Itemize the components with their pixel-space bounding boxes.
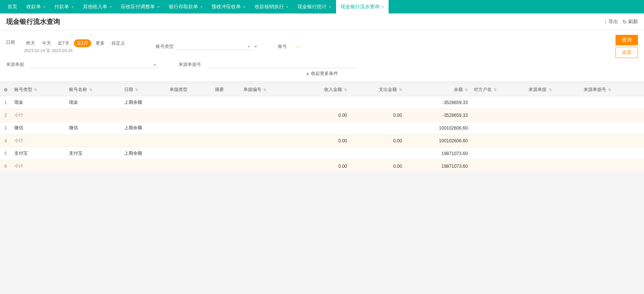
account-type-cell: 微信 [11, 122, 66, 134]
date-buttons: 昨天 今天 近7天 近1月 更多 自定义 [24, 39, 127, 47]
table-row: 4小计0.000.00100102606.60 [0, 134, 644, 147]
export-icon: ↑ [605, 19, 607, 25]
expense-cell: 0.00 [350, 160, 405, 173]
nav-flow-query[interactable]: 现金银行流水查询 × [336, 0, 389, 13]
source-doc-cell [525, 96, 580, 109]
col-account-name[interactable]: 账号名称 ⇅ [66, 84, 121, 96]
account-type-cell: 现金 [11, 96, 66, 109]
col-expense[interactable]: 支出金额 ⇅ [350, 84, 405, 96]
date-btn-today[interactable]: 今天 [40, 39, 53, 47]
col-expense-label: 支出金额 [379, 87, 397, 92]
collapse-button[interactable]: ∧ 收起更多条件 [306, 70, 338, 77]
date-range-display: 2023-02-24 至 2023-03-24 [24, 48, 127, 54]
col-account-name-label: 账号名称 [69, 87, 87, 92]
doc-type-cell [167, 96, 212, 109]
income-cell [295, 147, 350, 160]
col-date[interactable]: 日期 ⇅ [121, 84, 167, 96]
nav-advance[interactable]: 预收冲应收单 × [207, 0, 250, 13]
source-doc-input[interactable] [30, 61, 158, 68]
source-doc-no-cell [581, 160, 644, 173]
doc-no-cell [240, 122, 295, 134]
close-icon[interactable]: × [286, 4, 288, 9]
doc-no-cell [240, 96, 295, 109]
row-number: 2 [0, 109, 11, 122]
doc-no-cell [240, 109, 295, 122]
sort-icon: ⇅ [494, 88, 497, 92]
row-number: 6 [0, 160, 11, 173]
summary-cell [212, 134, 240, 147]
filter-row-source: 来源单据 ▾ 来源单据号 [6, 61, 638, 68]
balance-cell: -3528659.33 [405, 96, 471, 109]
sort-icon: ⇅ [549, 88, 552, 92]
date-cell [121, 160, 167, 173]
income-cell: 0.00 [295, 134, 350, 147]
summary-cell [212, 96, 240, 109]
col-settings[interactable]: ⚙ [0, 84, 11, 96]
close-icon[interactable]: × [43, 4, 45, 9]
nav-stats[interactable]: 现金银行统计 × [293, 0, 336, 13]
col-counterpart[interactable]: 对方户名 ⇅ [471, 84, 525, 96]
nav-payment[interactable]: 付款单 × [50, 0, 78, 13]
balance-cell: 100102606.60 [405, 122, 471, 134]
source-doc-no-cell [581, 122, 644, 134]
nav-adjustment[interactable]: 应收应付调整单 × [116, 0, 164, 13]
counterpart-cell [471, 160, 525, 173]
expense-cell: 0.00 [350, 134, 405, 147]
account-type-select[interactable] [177, 43, 252, 50]
table-row: 5支付宝支付宝上期余额19871073.60 [0, 147, 644, 160]
date-btn-custom[interactable]: 自定义 [109, 39, 127, 47]
doc-type-cell [167, 147, 212, 160]
counterpart-cell [471, 109, 525, 122]
account-type-cell: 小计 [11, 109, 66, 122]
col-balance[interactable]: 余额 ⇅ [405, 84, 471, 96]
nav-home[interactable]: 首页 [3, 0, 22, 13]
income-cell: 0.00 [295, 160, 350, 173]
nav-verify[interactable]: 收款核销执行 × [250, 0, 293, 13]
col-source-doc[interactable]: 来源单据 ⇅ [525, 84, 580, 96]
date-btn-yesterday[interactable]: 昨天 [24, 39, 38, 47]
source-doc-no-input[interactable] [207, 61, 357, 68]
source-doc-no-cell [581, 109, 644, 122]
close-icon[interactable]: × [157, 4, 159, 9]
source-doc-label: 来源单据 [6, 61, 24, 68]
sort-icon: ⇅ [135, 88, 138, 92]
nav-other-income[interactable]: 其他收入单 × [78, 0, 116, 13]
expense-cell [350, 147, 405, 160]
account-no-ellipsis[interactable]: ··· [296, 43, 300, 49]
col-summary[interactable]: 摘要 [212, 84, 240, 96]
income-cell [295, 96, 350, 109]
nav-bank-deposit[interactable]: 银行存取款单 × [164, 0, 207, 13]
query-button[interactable]: 查询 [615, 35, 638, 45]
close-icon[interactable]: × [382, 4, 384, 9]
close-icon[interactable]: × [71, 4, 74, 9]
sort-icon: ⇅ [344, 88, 347, 92]
col-source-doc-no[interactable]: 来源单据号 ⇅ [581, 84, 644, 96]
date-btn-1month[interactable]: 近1月 [74, 39, 92, 47]
close-icon[interactable]: × [200, 4, 203, 9]
expense-cell: 0.00 [350, 109, 405, 122]
col-account-type[interactable]: 账号类型 ⇅ [11, 84, 66, 96]
col-doc-type[interactable]: 单据类型 [167, 84, 212, 96]
date-btn-7days[interactable]: 近7天 [56, 39, 72, 47]
date-btn-more[interactable]: 更多 [93, 39, 107, 47]
account-type-dropdown-icon[interactable]: ▾ [255, 44, 257, 49]
collapse-up-icon: ∧ [306, 71, 309, 76]
nav-receipt[interactable]: 收款单 × [22, 0, 50, 13]
doc-no-cell [240, 134, 295, 147]
close-icon[interactable]: × [329, 4, 331, 9]
table-row: 3微信微信上期余额100102606.60 [0, 122, 644, 134]
close-icon[interactable]: × [243, 4, 245, 9]
col-doc-no[interactable]: 单据编号 ⇅ [240, 84, 295, 96]
close-icon[interactable]: × [110, 4, 112, 9]
doc-type-cell [167, 160, 212, 173]
summary-cell [212, 147, 240, 160]
refresh-button[interactable]: ↻ 刷新 [623, 18, 638, 25]
account-no-label: 账号 [278, 43, 293, 50]
top-navigation: 首页 收款单 × 付款单 × 其他收入单 × 应收应付调整单 × 银行存取款单 … [0, 0, 644, 13]
income-cell: 0.00 [295, 109, 350, 122]
settings-button[interactable]: 设置 [615, 47, 638, 58]
export-button[interactable]: ↑ 导出 [605, 18, 618, 25]
col-date-label: 日期 [124, 87, 133, 92]
col-source-doc-label: 来源单据 [528, 87, 546, 92]
col-income[interactable]: 收入金额 ⇅ [295, 84, 350, 96]
